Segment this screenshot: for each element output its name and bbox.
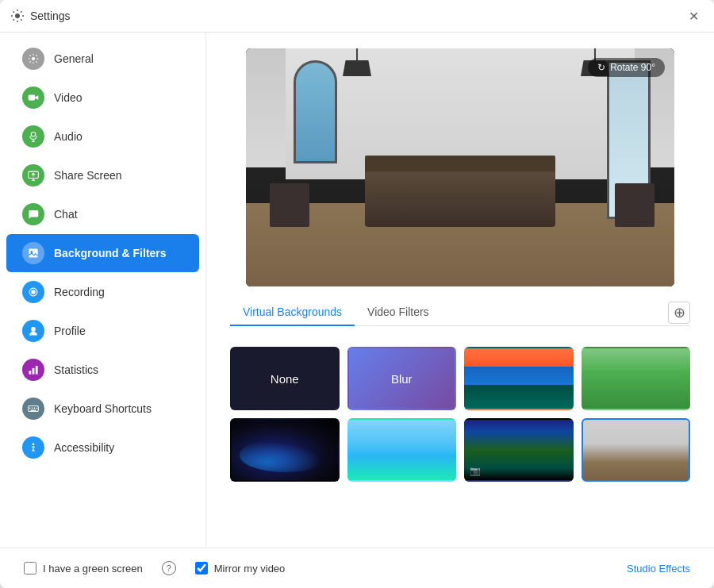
svg-rect-14 bbox=[36, 366, 38, 375]
tab-video-filters[interactable]: Video Filters bbox=[355, 299, 442, 326]
sidebar-icon-background bbox=[22, 242, 44, 264]
background-grid: None Blur 📷 bbox=[230, 347, 690, 482]
sidebar: GeneralVideoAudioShare ScreenChatBackgro… bbox=[0, 33, 206, 548]
sidebar-icon-share-screen bbox=[22, 164, 44, 186]
sidebar-item-audio[interactable]: Audio bbox=[6, 117, 199, 156]
tabs-row: Virtual Backgrounds Video Filters ⊕ bbox=[230, 299, 690, 326]
sidebar-item-accessibility[interactable]: Accessibility bbox=[6, 429, 199, 467]
mirror-video-option[interactable]: Mirror my video bbox=[195, 562, 286, 575]
titlebar: Settings ✕ bbox=[0, 0, 714, 33]
sidebar-label-chat: Chat bbox=[54, 208, 78, 221]
svg-rect-13 bbox=[33, 368, 35, 375]
sidebar-icon-audio bbox=[22, 125, 44, 148]
rotate-label: Rotate 90° bbox=[610, 62, 655, 73]
sidebar-label-share-screen: Share Screen bbox=[54, 169, 122, 182]
bg-golden-gate[interactable] bbox=[464, 347, 574, 410]
studio-effects-button[interactable]: Studio Effects bbox=[627, 563, 690, 575]
sidebar-item-keyboard[interactable]: Keyboard Shortcuts bbox=[6, 390, 199, 428]
svg-rect-18 bbox=[34, 408, 35, 409]
window-title: Settings bbox=[30, 10, 71, 22]
sidebar-label-general: General bbox=[54, 52, 94, 65]
svg-point-3 bbox=[31, 132, 36, 136]
sidebar-item-share-screen[interactable]: Share Screen bbox=[6, 156, 199, 194]
svg-rect-12 bbox=[29, 371, 31, 374]
tab-virtual-backgrounds[interactable]: Virtual Backgrounds bbox=[230, 299, 355, 326]
sidebar-item-statistics[interactable]: Statistics bbox=[6, 351, 199, 389]
svg-point-1 bbox=[32, 57, 35, 60]
green-screen-help-icon[interactable]: ? bbox=[162, 561, 176, 575]
scene-table-right bbox=[615, 183, 654, 227]
svg-point-10 bbox=[31, 290, 36, 294]
svg-point-21 bbox=[33, 443, 35, 445]
sidebar-label-profile: Profile bbox=[54, 325, 86, 337]
sidebar-icon-statistics bbox=[22, 359, 44, 381]
bg-blur-label: Blur bbox=[391, 372, 413, 386]
settings-window: Settings ✕ GeneralVideoAudioShare Screen… bbox=[0, 0, 714, 588]
scene-table-left bbox=[270, 183, 309, 227]
main-layout: GeneralVideoAudioShare ScreenChatBackgro… bbox=[0, 33, 714, 548]
green-screen-option[interactable]: I have a green screen bbox=[24, 562, 143, 575]
mirror-video-checkbox[interactable] bbox=[195, 562, 208, 575]
svg-rect-7 bbox=[29, 248, 37, 257]
green-screen-label: I have a green screen bbox=[43, 563, 143, 575]
lamp-shade bbox=[343, 60, 371, 76]
bg-aurora[interactable]: 📷 bbox=[464, 418, 574, 482]
sidebar-label-accessibility: Accessibility bbox=[54, 441, 114, 454]
sidebar-label-video: Video bbox=[54, 91, 83, 104]
bg-tropical[interactable] bbox=[347, 418, 457, 482]
video-preview: ↻ Rotate 90° bbox=[246, 48, 674, 286]
bg-none-label: None bbox=[271, 372, 299, 386]
mirror-video-label: Mirror my video bbox=[214, 563, 286, 575]
svg-rect-2 bbox=[29, 95, 35, 101]
scene-sofa bbox=[365, 171, 555, 227]
sidebar-item-profile[interactable]: Profile bbox=[6, 312, 199, 350]
bg-grass[interactable] bbox=[582, 347, 691, 410]
svg-rect-16 bbox=[29, 408, 30, 409]
bg-living-room[interactable] bbox=[582, 418, 691, 482]
svg-point-11 bbox=[31, 327, 36, 332]
video-badge-icon: 📷 bbox=[470, 466, 481, 476]
sidebar-icon-chat bbox=[22, 203, 44, 225]
sidebar-icon-recording bbox=[22, 281, 44, 303]
sidebar-item-background[interactable]: Background & Filters bbox=[6, 234, 199, 272]
svg-rect-17 bbox=[32, 408, 33, 409]
main-content: ↻ Rotate 90° Virtual Backgrounds Video F… bbox=[206, 33, 714, 548]
bg-blur[interactable]: Blur bbox=[347, 347, 457, 410]
rotate-button[interactable]: ↻ Rotate 90° bbox=[588, 58, 665, 77]
bottom-bar: I have a green screen ? Mirror my video … bbox=[0, 548, 714, 588]
sidebar-icon-video bbox=[22, 86, 44, 109]
bg-space[interactable] bbox=[230, 418, 340, 482]
sidebar-icon-accessibility bbox=[22, 436, 44, 459]
sidebar-icon-general bbox=[22, 48, 44, 70]
sidebar-label-statistics: Statistics bbox=[54, 363, 98, 376]
scene-window-left bbox=[294, 60, 337, 163]
sidebar-item-recording[interactable]: Recording bbox=[6, 273, 199, 311]
scene-lamp-left bbox=[341, 48, 373, 80]
bg-none[interactable]: None bbox=[230, 347, 340, 410]
rotate-icon: ↻ bbox=[597, 62, 605, 73]
close-button[interactable]: ✕ bbox=[684, 6, 703, 25]
sidebar-label-background: Background & Filters bbox=[54, 247, 167, 259]
sidebar-icon-profile bbox=[22, 320, 44, 342]
sidebar-label-audio: Audio bbox=[54, 130, 83, 143]
preview-scene bbox=[246, 48, 674, 286]
sidebar-label-keyboard: Keyboard Shortcuts bbox=[54, 402, 152, 415]
svg-rect-19 bbox=[36, 408, 37, 409]
titlebar-left: Settings bbox=[11, 10, 71, 22]
settings-app-icon bbox=[11, 10, 24, 22]
green-screen-checkbox[interactable] bbox=[24, 562, 36, 575]
svg-point-0 bbox=[15, 13, 20, 18]
sidebar-item-general[interactable]: General bbox=[6, 40, 199, 78]
sidebar-item-video[interactable]: Video bbox=[6, 79, 199, 117]
svg-rect-20 bbox=[31, 409, 36, 410]
lamp-cord bbox=[356, 48, 358, 60]
sidebar-item-chat[interactable]: Chat bbox=[6, 195, 199, 233]
add-background-button[interactable]: ⊕ bbox=[668, 302, 690, 324]
sidebar-icon-keyboard bbox=[22, 398, 44, 420]
sidebar-label-recording: Recording bbox=[54, 286, 105, 298]
